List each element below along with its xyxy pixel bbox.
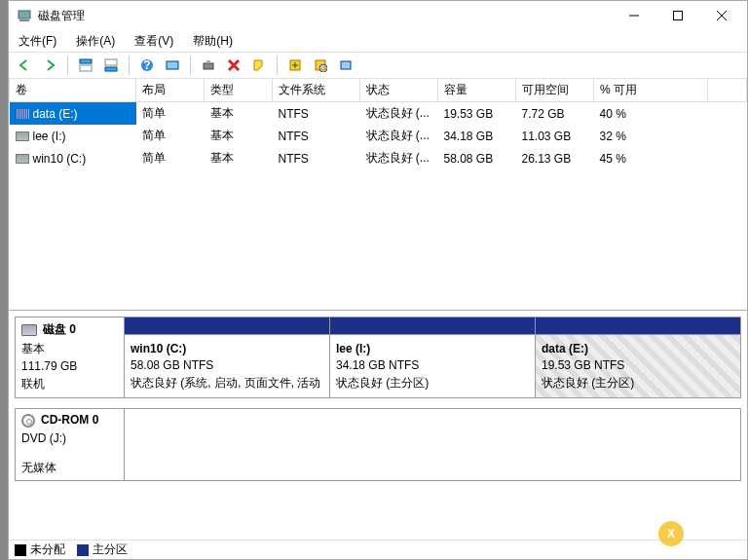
close-button[interactable] xyxy=(699,1,743,30)
action1-button[interactable] xyxy=(283,54,307,77)
delete-button[interactable] xyxy=(222,54,245,77)
col-type[interactable]: 类型 xyxy=(205,79,273,102)
disk-graphic-pane[interactable]: 磁盘 0 基本 111.79 GB 联机 win10 (C:)58.08 GB … xyxy=(9,311,747,540)
back-button[interactable] xyxy=(13,54,36,77)
window-title: 磁盘管理 xyxy=(36,8,612,24)
disk-management-window: 磁盘管理 文件(F) 操作(A) 查看(V) 帮助(H) ? xyxy=(8,0,748,560)
cdrom-block: CD-ROM 0 DVD (J:) 无媒体 xyxy=(15,408,741,481)
svg-rect-3 xyxy=(673,12,682,20)
svg-rect-13 xyxy=(204,63,213,69)
svg-rect-14 xyxy=(206,60,210,63)
col-layout[interactable]: 布局 xyxy=(136,79,205,102)
settings-button[interactable] xyxy=(161,54,184,77)
svg-rect-1 xyxy=(19,19,29,21)
col-free[interactable]: 可用空间 xyxy=(516,79,594,102)
partition[interactable]: win10 (C:)58.08 GB NTFS状态良好 (系统, 启动, 页面文… xyxy=(125,317,329,397)
svg-rect-7 xyxy=(80,65,92,71)
menu-file[interactable]: 文件(F) xyxy=(15,31,60,52)
svg-text:?: ? xyxy=(143,58,150,72)
legend-unallocated: 未分配 xyxy=(15,541,65,558)
cdrom-area[interactable] xyxy=(124,408,741,481)
hdd-icon xyxy=(21,324,37,336)
col-fs[interactable]: 文件系统 xyxy=(273,79,360,102)
view-top-button[interactable] xyxy=(74,54,97,77)
view-bottom-button[interactable] xyxy=(99,54,123,77)
svg-rect-20 xyxy=(341,61,351,69)
properties-button[interactable] xyxy=(247,54,271,77)
col-spacer[interactable] xyxy=(708,79,747,102)
volume-row[interactable]: data (E:)简单基本NTFS状态良好 (...19.53 GB7.72 G… xyxy=(10,102,747,126)
col-status[interactable]: 状态 xyxy=(360,79,438,102)
volume-list-pane[interactable]: 卷 布局 类型 文件系统 状态 容量 可用空间 % 可用 data (E:)简单… xyxy=(9,79,747,311)
statusbar: 未分配 主分区 xyxy=(9,540,747,559)
col-volume[interactable]: 卷 xyxy=(10,79,136,102)
partition[interactable]: lee (I:)34.18 GB NTFS状态良好 (主分区) xyxy=(329,317,535,397)
svg-rect-8 xyxy=(105,59,117,65)
refresh-button[interactable] xyxy=(197,54,220,77)
action2-button[interactable] xyxy=(309,54,332,77)
cd-icon xyxy=(21,414,35,428)
svg-rect-12 xyxy=(167,61,178,69)
col-pct[interactable]: % 可用 xyxy=(594,79,708,102)
cdrom-info[interactable]: CD-ROM 0 DVD (J:) 无媒体 xyxy=(15,408,124,481)
col-capacity[interactable]: 容量 xyxy=(438,79,516,102)
toolbar: ? xyxy=(9,52,747,79)
action3-button[interactable] xyxy=(334,54,357,77)
legend-primary: 主分区 xyxy=(77,541,128,558)
titlebar[interactable]: 磁盘管理 xyxy=(9,1,747,30)
disk-0-block: 磁盘 0 基本 111.79 GB 联机 win10 (C:)58.08 GB … xyxy=(15,317,741,398)
volume-row[interactable]: win10 (C:)简单基本NTFS状态良好 (...58.08 GB26.13… xyxy=(10,147,747,169)
forward-button[interactable] xyxy=(38,54,61,77)
volume-table: 卷 布局 类型 文件系统 状态 容量 可用空间 % 可用 data (E:)简单… xyxy=(9,79,747,169)
partition[interactable]: data (E:)19.53 GB NTFS状态良好 (主分区) xyxy=(535,317,740,397)
menu-action[interactable]: 操作(A) xyxy=(72,31,119,52)
maximize-button[interactable] xyxy=(655,1,699,30)
menubar: 文件(F) 操作(A) 查看(V) 帮助(H) xyxy=(9,30,747,52)
svg-rect-6 xyxy=(80,59,92,63)
minimize-button[interactable] xyxy=(612,1,655,30)
help-icon[interactable]: ? xyxy=(135,54,159,77)
svg-rect-9 xyxy=(105,67,117,71)
disk-0-info[interactable]: 磁盘 0 基本 111.79 GB 联机 xyxy=(15,317,124,398)
menu-help[interactable]: 帮助(H) xyxy=(189,31,237,52)
volume-row[interactable]: lee (I:)简单基本NTFS状态良好 (...34.18 GB11.03 G… xyxy=(10,125,747,147)
svg-rect-0 xyxy=(19,11,30,19)
app-icon xyxy=(17,8,32,23)
menu-view[interactable]: 查看(V) xyxy=(131,31,177,52)
